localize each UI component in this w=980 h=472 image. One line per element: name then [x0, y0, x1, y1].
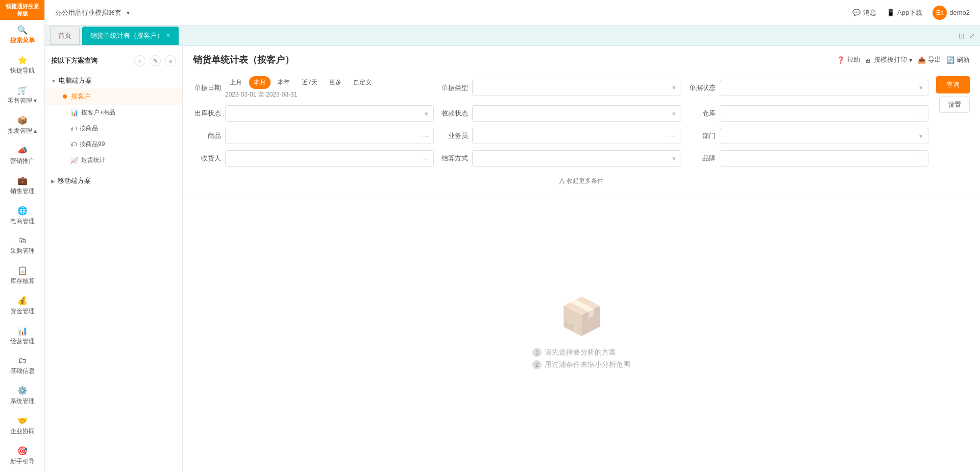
last-month-btn[interactable]: 上月: [225, 76, 247, 89]
recipient-input[interactable]: ···: [225, 150, 434, 167]
tab-window-icon[interactable]: ⊡: [959, 32, 965, 40]
empty-tip-1: 1 请先选择要分析的方案: [532, 348, 630, 357]
sidebar-item-retail[interactable]: 🛒 零售管理 ▾: [0, 80, 44, 110]
sidebar-enterprise-label: 企业协同: [10, 427, 35, 436]
refresh-button[interactable]: 🔄 刷新: [946, 55, 970, 64]
tree-item-return-stats[interactable]: 📈 退货统计: [45, 152, 182, 168]
sidebar-item-marketing[interactable]: 📣 营销推广: [0, 140, 44, 171]
sidebar-wholesale-label: 批发管理 ▴: [8, 127, 37, 135]
print-button[interactable]: 🖨 按模板打印 ▾: [865, 55, 913, 64]
message-label: 消息: [863, 8, 876, 17]
doc-type-input[interactable]: ▾: [472, 80, 681, 96]
query-button[interactable]: 查询: [936, 76, 970, 93]
help-button[interactable]: ❓ 帮助: [837, 55, 860, 64]
sidebar-item-finance[interactable]: 💰 资金管理: [0, 291, 44, 321]
tree-item-by-customer-product[interactable]: 📊 按客户+商品: [45, 105, 182, 121]
product-input[interactable]: ···: [225, 128, 434, 144]
content-area: 按以下方案查询 + ✎ « ▼ 电脑端方案 按客户 📊 按客: [45, 46, 980, 472]
add-scheme-button[interactable]: +: [134, 55, 145, 66]
date-quick-select: 上月 本月 本年 近7天 更多 自定义: [225, 76, 434, 89]
tip-num-2: 2: [532, 360, 542, 369]
recipient-dots-icon: ···: [423, 155, 428, 162]
settlement-input[interactable]: ▾: [472, 150, 681, 167]
edit-scheme-button[interactable]: ✎: [150, 55, 161, 66]
payment-status-input[interactable]: ▾: [472, 105, 681, 122]
left-panel-title: 按以下方案查询: [51, 56, 97, 65]
payment-status-arrow-icon: ▾: [672, 110, 676, 117]
message-icon: 💬: [852, 9, 861, 16]
sidebar-item-newbie[interactable]: 🎯 新手引导: [0, 441, 44, 471]
export-button[interactable]: 📤 导出: [918, 55, 941, 64]
doc-type-arrow-icon: ▾: [672, 84, 676, 91]
topbar: 办公用品行业模拟账套 ▾ 💬 消息 📱 App下载 Ea demo2: [45, 0, 980, 26]
empty-tip-1-text: 请先选择要分析的方案: [545, 348, 616, 357]
sidebar-item-inventory[interactable]: 📋 库存核算: [0, 261, 44, 291]
main-area: 办公用品行业模拟账套 ▾ 💬 消息 📱 App下载 Ea demo2 首页 销货…: [45, 0, 980, 472]
tab-expand-icon[interactable]: ⤢: [969, 32, 975, 40]
date-label: 单据日期: [193, 83, 221, 92]
product-filter-cell: 商品 ···: [193, 128, 434, 144]
tab-sales-stats[interactable]: 销货单统计表（按客户） ✕: [82, 27, 179, 45]
recipient-label: 收货人: [193, 154, 221, 163]
collapse-panel-button[interactable]: «: [165, 55, 176, 66]
query-actions: 查询 设置: [936, 76, 970, 113]
warehouse-input[interactable]: ···: [720, 105, 928, 122]
setting-button[interactable]: 设置: [939, 97, 970, 113]
sidebar-item-sales[interactable]: 💼 销售管理: [0, 171, 44, 201]
doc-status-input[interactable]: ▾: [720, 80, 928, 96]
this-year-btn[interactable]: 本年: [273, 76, 295, 89]
sidebar-item-purchase[interactable]: 🛍 采购管理: [0, 231, 44, 261]
brand-input[interactable]: ···: [720, 150, 928, 167]
app-download-button[interactable]: 📱 App下载: [887, 8, 922, 17]
sidebar-item-wholesale[interactable]: 📦 批发管理 ▴: [0, 110, 44, 140]
message-button[interactable]: 💬 消息: [852, 8, 876, 17]
operations-icon: 📊: [17, 326, 28, 336]
out-status-label: 出库状态: [193, 109, 221, 118]
this-month-btn[interactable]: 本月: [249, 76, 271, 89]
sidebar-item-system[interactable]: ⚙️ 系统管理: [0, 381, 44, 411]
payment-status-filter-cell: 收款状态 ▾: [440, 105, 681, 122]
brand-label: 品牌: [688, 154, 716, 163]
tab-close-icon[interactable]: ✕: [166, 32, 170, 39]
collapse-bar[interactable]: ⋀ 收起更多条件: [193, 173, 970, 190]
industry-dropdown[interactable]: ▾: [127, 9, 130, 16]
date-filter-cell: 单据日期 上月 本月 本年 近7天 更多 自定义: [193, 76, 434, 99]
user-profile[interactable]: Ea demo2: [933, 6, 970, 20]
tree-collapse-icon: ▶: [51, 178, 55, 184]
print-icon: 🖨: [865, 56, 872, 64]
empty-illustration: 📦: [559, 295, 604, 337]
custom-btn[interactable]: 自定义: [349, 76, 376, 89]
tab-home-label: 首页: [58, 31, 71, 40]
staff-label: 业务员: [440, 131, 468, 140]
department-input[interactable]: ▾: [720, 128, 928, 144]
product-dots-icon: ···: [423, 132, 428, 140]
quicknav-icon: ⭐: [17, 55, 28, 65]
last7days-btn[interactable]: 近7天: [297, 76, 322, 89]
sidebar-item-ecommerce[interactable]: 🌐 电商管理: [0, 201, 44, 231]
help-icon: ❓: [837, 56, 845, 64]
tab-home[interactable]: 首页: [50, 27, 80, 45]
topbar-right: 💬 消息 📱 App下载 Ea demo2: [852, 6, 970, 20]
date-range-display: 2023-03-01 至 2023-03-31: [225, 90, 434, 99]
sidebar-item-operations[interactable]: 📊 经营管理: [0, 321, 44, 351]
filter-area: 单据日期 上月 本月 本年 近7天 更多 自定义: [183, 71, 980, 195]
doc-status-arrow-icon: ▾: [919, 84, 923, 91]
out-status-arrow-icon: ▾: [425, 110, 428, 117]
more-btn[interactable]: 更多: [325, 76, 346, 89]
sidebar-item-enterprise[interactable]: 🤝 企业协同: [0, 411, 44, 441]
tree-item-by-product99-label: 按商品99: [80, 140, 105, 149]
staff-input[interactable]: ···: [472, 128, 681, 144]
tree-group-desktop-header[interactable]: ▼ 电脑端方案: [45, 73, 182, 88]
empty-tips: 1 请先选择要分析的方案 2 用过滤条件来缩小分析范围: [532, 345, 630, 372]
tree-item-by-customer[interactable]: 按客户: [45, 88, 182, 105]
sidebar-item-search[interactable]: 🔍 搜索菜单: [0, 20, 44, 50]
tree-group-desktop: ▼ 电脑端方案 按客户 📊 按客户+商品 🏷 按商品 🏷 按商品99: [45, 70, 182, 171]
tree-group-mobile-header[interactable]: ▶ 移动端方案: [45, 173, 182, 188]
tree-item-by-product99[interactable]: 🏷 按商品99: [45, 136, 182, 152]
sidebar: 畅捷通好生意 标版 🔍 搜索菜单 ⭐ 快捷导航 🛒 零售管理 ▾ 📦 批发管理 …: [0, 0, 45, 472]
out-status-input[interactable]: ▾: [225, 105, 434, 122]
tree-item-by-product[interactable]: 🏷 按商品: [45, 121, 182, 136]
sidebar-item-basic[interactable]: 🗂 基础信息: [0, 351, 44, 381]
wholesale-icon: 📦: [17, 115, 28, 125]
sidebar-item-quicknav[interactable]: ⭐ 快捷导航: [0, 50, 44, 80]
